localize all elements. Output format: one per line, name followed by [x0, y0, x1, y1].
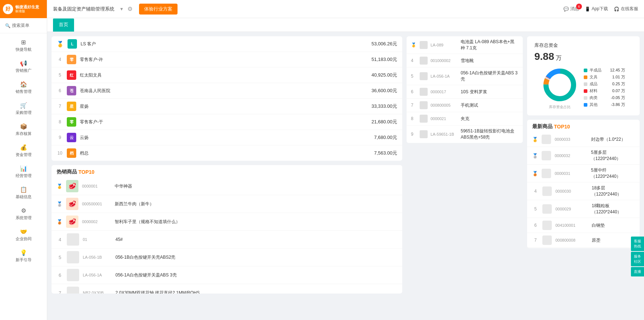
product-icon [420, 115, 428, 123]
rank-medal-1: 🥇 [57, 41, 64, 48]
customer-name: 档总 [80, 150, 370, 156]
rank-number: 7 [57, 104, 63, 109]
legend-dot [584, 69, 587, 72]
product-thumbnail: 🥩 [66, 198, 78, 210]
sidebar-item-finance[interactable]: 💰 资金管理 [0, 140, 47, 161]
legend-dot [584, 75, 587, 79]
page-tabs: 首页 [47, 18, 644, 32]
list-item: 🥇 🥩 0000001 中华神器 [52, 177, 402, 195]
search-menu-button[interactable]: 🔍 搜索菜单 [3, 21, 44, 30]
avatar: 零 [67, 55, 76, 64]
list-item: 7 000800008 原垄 [527, 233, 640, 248]
sales-icon: 🏠 [20, 81, 27, 88]
new-products-title: 最新商品 [532, 123, 553, 130]
sidebar-item-cooperation[interactable]: 🤝 企业协同 [0, 224, 47, 245]
message-badge: 6 [576, 4, 582, 9]
rank-medal: 🥈 [57, 201, 62, 207]
customer-amount: 33,333.00元 [371, 103, 397, 110]
hot-products-list: 🥇 🥩 0000001 中华神器 🥈 🥩 000500001 新西兰牛肉（新牛）… [52, 177, 402, 294]
avatar: 星 [67, 102, 76, 111]
rank-number: 8 [57, 119, 63, 124]
rank-number: 5 [57, 255, 63, 260]
customer-amount: 51,183.00元 [371, 56, 397, 63]
legend-dot [584, 103, 587, 107]
avatar: 苍 [67, 86, 76, 95]
sidebar-item-system[interactable]: ⚙ 系统管理 [0, 203, 47, 224]
sidebar-item-operations[interactable]: 📊 经营管理 [0, 161, 47, 182]
sidebar-item-inventory[interactable]: 📦 库存核算 [0, 119, 47, 140]
tab-home[interactable]: 首页 [53, 19, 74, 32]
avatar: L [68, 39, 77, 49]
customer-name: 苍南县人民医院 [80, 88, 368, 94]
legend-item: 其他 -3.86 万 [584, 102, 625, 107]
cs-community-button[interactable]: 服务社区 [631, 252, 644, 266]
customer-amount: 53,006.26元 [371, 41, 397, 47]
trial-button[interactable]: 体验行业方案 [139, 4, 178, 15]
cs-live-button[interactable]: 直播 [631, 267, 644, 276]
rank-number: 4 [57, 237, 63, 242]
sidebar-item-marketing[interactable]: 📢 营销推广 [0, 56, 47, 77]
list-item: 🥇 0000033 封边带（1.0*22） [527, 132, 640, 147]
hot-products-card: 热销商品 TOP10 🥇 🥩 0000001 中华神器 🥈 🥩 00050000… [52, 165, 402, 294]
rank-number: 4 [57, 57, 63, 62]
donut-svg [542, 67, 578, 103]
product-icon [420, 88, 428, 96]
customer-name: 云扬 [80, 135, 370, 141]
legend-item: 半成品 12.45 万 [584, 67, 625, 73]
product-icon [542, 151, 551, 160]
rank-number: 6 [57, 88, 63, 93]
customer-name: LS 客户 [81, 41, 368, 47]
product-thumbnail [67, 269, 79, 281]
customer-ranking-list: 🥇 L LS 客户 53,006.26元 4 零 零售客户-许 51,183.0… [52, 36, 402, 161]
table-row: 5 红 红太阳文具 40,925.00元 [52, 67, 402, 83]
sidebar-item-basic-info[interactable]: 📋 基础信息 [0, 182, 47, 203]
list-item: 6 0000017 10S 变料罗浆 [407, 85, 523, 99]
rank-number: 9 [57, 135, 63, 140]
rank-number: 6 [57, 272, 63, 278]
middle-products-card: 🥇 LA-089 电池盖 LA-089 ABS本色+黑种 7.1克 4 0010… [407, 36, 523, 143]
customer-name: 零售客户-于 [80, 119, 368, 125]
rank-medal: 🥈 [532, 153, 538, 159]
app-download-button[interactable]: 📱 App下载 [585, 6, 608, 12]
legend-dot [584, 96, 587, 100]
cooperation-icon: 🤝 [20, 228, 27, 235]
rank-number: 7 [57, 290, 63, 294]
inventory-total-amount: 9.88 [534, 51, 554, 62]
sidebar-item-quick-nav[interactable]: ⊞ 快捷导航 [0, 35, 47, 56]
right-panel: 库存总资金 9.88 万 [527, 36, 640, 316]
sidebar-item-purchase[interactable]: 🛒 采购管理 [0, 98, 47, 119]
table-row: 10 档 档总 7,563.00元 [52, 145, 402, 161]
headset-icon: 🎧 [614, 7, 619, 12]
message-button[interactable]: 💬 消息 6 [563, 6, 579, 12]
chart-label: 库存资金占比 [549, 104, 571, 110]
inventory-total-card: 库存总资金 9.88 万 [527, 36, 640, 115]
product-thumbnail [67, 251, 79, 263]
legend-item: 材料 0.07 万 [584, 88, 625, 94]
customer-name: 零售客户-许 [80, 57, 368, 63]
customer-amount: 40,925.00元 [371, 72, 397, 78]
sidebar-item-sales[interactable]: 🏠 销售管理 [0, 77, 47, 98]
customer-amount: 36,600.00元 [371, 87, 397, 94]
settings-button[interactable]: ⚙ [127, 5, 133, 12]
product-thumbnail [67, 233, 79, 246]
inventory-total-unit: 万 [556, 54, 562, 62]
quick-nav-icon: ⊞ [20, 38, 27, 46]
marketing-icon: 📢 [20, 60, 27, 67]
online-service-button[interactable]: 🎧 在线客服 [614, 6, 638, 12]
operations-icon: 📊 [20, 165, 27, 172]
rank-medal: 🥇 [57, 184, 62, 189]
rank-medal: 🥇 [532, 137, 538, 142]
customer-name: 红太阳文具 [80, 72, 368, 78]
sidebar-logo: 好 畅捷通好生意 标准版 [0, 0, 47, 18]
product-icon [542, 135, 551, 144]
list-item: 7 000800005 手机测试 [407, 99, 523, 112]
system-dropdown-button[interactable]: ▼ [119, 7, 124, 12]
cs-hotline-button[interactable]: 客服热线 [631, 237, 644, 251]
sidebar-item-guide[interactable]: 💡 新手引导 [0, 245, 47, 266]
list-item: 7 NB2.0X30B 2.0X30MM双搓花轴,搓花直径2.1MM/ROHS [52, 284, 402, 294]
rank-medal: 🥉 [57, 219, 62, 225]
main-area: 装备及固定资产辅助管理系统 ▼ ⚙ 体验行业方案 💬 消息 6 📱 App下载 … [47, 0, 644, 320]
phone-icon: 📱 [585, 7, 590, 12]
product-thumbnail: 🥩 [66, 216, 78, 228]
list-item: 4 01 45# [52, 231, 402, 249]
